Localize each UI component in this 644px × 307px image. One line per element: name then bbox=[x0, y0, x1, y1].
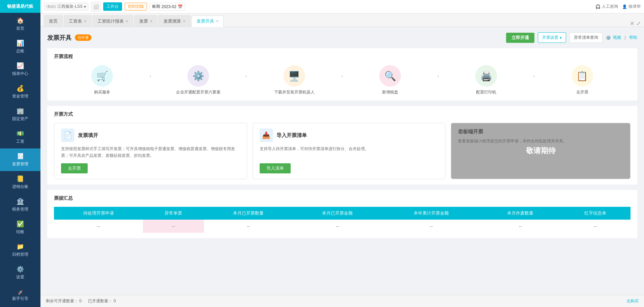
switch-version-button[interactable]: 切到旧版 bbox=[125, 3, 147, 10]
tab-首页[interactable]: 首页 bbox=[44, 15, 63, 27]
sidebar-label: 报表中心 bbox=[12, 71, 28, 77]
sidebar-item-设置[interactable]: ⚙️ 设置 bbox=[0, 261, 40, 284]
method-card-import: 📥 导入开票清单 支持导入待开票清单，可对待开票清单进行拆分、合并处理。 导入清… bbox=[253, 123, 446, 179]
sidebar-icon: 📊 bbox=[17, 39, 24, 47]
tab-close-icon[interactable]: × bbox=[183, 19, 185, 24]
tab-工资统计报表[interactable]: 工资统计报表 × bbox=[92, 15, 133, 27]
summary-header: 红字信息单 bbox=[560, 207, 631, 220]
content-area: 发票开具 待开通 立即开通 开票设置 ▾ 异常清单查询 ⚙️ 视频 ｜ 帮助 bbox=[40, 27, 644, 295]
tab-工资表[interactable]: 工资表 × bbox=[64, 15, 91, 27]
video-help-link[interactable]: 视频 bbox=[613, 35, 621, 40]
sidebar-item-进销台账[interactable]: 📒 进销台账 bbox=[0, 171, 40, 194]
sidebar-icon: 🏠 bbox=[17, 17, 24, 24]
sidebar-bottom-新手引导[interactable]: 🚀 新手引导 bbox=[0, 287, 40, 304]
remaining-label: 剩余可开通数量： bbox=[46, 299, 78, 303]
opened-label: 已开通数量： bbox=[88, 299, 112, 303]
tabbar: 首页工资表 ×工资统计报表 ×发票 ×发票测算 ×发票开具 × ✕ ⤢ bbox=[40, 13, 644, 27]
flow-step-3: 🔍 新增税盘 bbox=[342, 65, 439, 95]
tab-label: 首页 bbox=[49, 18, 58, 24]
close-tab-icon[interactable]: ✕ bbox=[630, 20, 634, 27]
sidebar-icon: 📈 bbox=[17, 62, 24, 69]
tab-label: 发票测算 bbox=[164, 18, 181, 24]
immediate-open-button[interactable]: 立即开通 bbox=[506, 33, 534, 43]
sidebar-item-资金管理[interactable]: 💰 资金管理 bbox=[0, 81, 40, 103]
sidebar-label: 设置 bbox=[16, 274, 24, 280]
sidebar-label: 税务管理 bbox=[12, 206, 28, 212]
status-badge: 待开通 bbox=[75, 34, 91, 41]
company-selector[interactable]: (勉励) 江西服装-LSS ▾ bbox=[44, 3, 88, 10]
sidebar-icon: 💵 bbox=[17, 130, 24, 137]
flow-step-icon-4: 🖨️ bbox=[475, 65, 497, 87]
method-card-boss: 老板端开票 查看老板端小程序提交的开票申请，并作出对应处理并开具。 敬请期待 bbox=[451, 123, 631, 179]
sidebar-label: 发票管理 bbox=[12, 161, 28, 167]
tab-close-icon[interactable]: × bbox=[84, 19, 86, 24]
tab-发票[interactable]: 发票 × bbox=[134, 15, 157, 27]
sidebar-icon: 🧾 bbox=[17, 152, 24, 160]
summary-header: 异常单票 bbox=[143, 207, 204, 220]
calendar-icon: 📅 bbox=[178, 4, 183, 9]
buy-link[interactable]: 去购买 bbox=[626, 298, 639, 304]
flow-step-label-5: 去开票 bbox=[576, 89, 588, 95]
sidebar-icon: 🏢 bbox=[17, 107, 24, 115]
sidebar-item-工资[interactable]: 💵 工资 bbox=[0, 126, 40, 148]
period-selector[interactable]: 账期 2023-02 📅 bbox=[150, 3, 185, 10]
service-button[interactable]: 🎧 人工咨询 bbox=[595, 4, 618, 9]
chevron-down-icon: ▾ bbox=[560, 35, 562, 40]
tab-发票开具[interactable]: 发票开具 × bbox=[192, 16, 224, 27]
flow-step-icon-1: ⚙️ bbox=[187, 65, 209, 87]
flow-step-label-2: 下载并安装开票机器人 bbox=[274, 89, 315, 95]
page-title: 发票开具 bbox=[47, 34, 71, 42]
settings-icon: ⚙️ bbox=[606, 35, 611, 40]
summary-header: 待处理开票申请 bbox=[54, 207, 143, 220]
sidebar-item-总账[interactable]: 📊 总账 bbox=[0, 35, 40, 58]
flow-steps: 🛒 购买服务›⚙️ 企业开通配置开票六要素›🖥️ 下载并安装开票机器人›🔍 新增… bbox=[54, 65, 631, 95]
help-sep: ｜ bbox=[623, 35, 627, 40]
user-menu[interactable]: 👤 徐泽华 bbox=[622, 4, 641, 9]
flow-step-5: 📋 去开票 bbox=[534, 65, 631, 95]
copy-icon[interactable]: ⬜ bbox=[91, 2, 100, 11]
sidebar-item-归档管理[interactable]: 📁 归档管理 bbox=[0, 239, 40, 261]
tab-发票测算[interactable]: 发票测算 × bbox=[158, 15, 191, 27]
help-link[interactable]: 帮助 bbox=[629, 35, 637, 40]
service-label: 人工咨询 bbox=[602, 4, 618, 9]
summary-header: 本月作废数量 bbox=[480, 207, 560, 220]
sidebar-item-税务管理[interactable]: 🏦 税务管理 bbox=[0, 194, 40, 216]
tab-close-icon[interactable]: × bbox=[216, 19, 218, 24]
sidebar-item-发票管理[interactable]: 🧾 发票管理 bbox=[0, 148, 40, 171]
method-card-fill-header: 📄 发票填开 bbox=[61, 129, 240, 142]
sidebar-item-报表中心[interactable]: 📈 报表中心 bbox=[0, 58, 40, 81]
flow-step-2: 🖥️ 下载并安装开票机器人 bbox=[246, 65, 343, 95]
tab-close-icon[interactable]: × bbox=[150, 19, 152, 24]
restore-icon[interactable]: ⤢ bbox=[636, 20, 641, 27]
flow-step-label-4: 配置打印机 bbox=[476, 89, 496, 95]
company-name: 江西服装-LSS bbox=[57, 4, 83, 9]
sidebar-item-固定资产[interactable]: 🏢 固定资产 bbox=[0, 103, 40, 126]
sidebar-icon: 💰 bbox=[17, 85, 24, 92]
abnormal-query-button[interactable]: 异常清单查询 bbox=[569, 32, 603, 43]
sidebar-bottom-畅会员[interactable]: 👑 畅会员 bbox=[0, 304, 40, 307]
method-cards: 📄 发票填开 支持按照发票样式手工填写开发票；可开具增值税电子普通发票、增值税普… bbox=[54, 123, 631, 179]
flow-step-icon-2: 🖥️ bbox=[284, 65, 305, 87]
flow-section: 开票流程 🛒 购买服务›⚙️ 企业开通配置开票六要素›🖥️ 下载并安装开票机器人… bbox=[47, 48, 637, 101]
sidebar-item-首页[interactable]: 🏠 首页 bbox=[0, 13, 40, 35]
sidebar-icon: 🏦 bbox=[17, 198, 24, 205]
summary-header: 本年累计开票金额 bbox=[382, 207, 480, 220]
workbench-button[interactable]: 工作台 bbox=[103, 2, 122, 11]
dropdown-arrow-icon: ▾ bbox=[84, 4, 86, 9]
settings-button[interactable]: 开票设置 ▾ bbox=[538, 32, 566, 43]
import-list-button[interactable]: 导入清单 bbox=[260, 163, 291, 173]
summary-header: 本月已开票金额 bbox=[293, 207, 382, 220]
sidebar-label: 固定资产 bbox=[12, 116, 28, 122]
flow-step-label-1: 企业开通配置开票六要素 bbox=[176, 89, 221, 95]
go-invoice-button[interactable]: 去开票 bbox=[61, 163, 88, 173]
sidebar-icon: 📒 bbox=[17, 175, 24, 183]
import-invoice-btn-area: 导入清单 bbox=[260, 163, 439, 173]
summary-header: 本月已开票数量 bbox=[204, 207, 293, 220]
tab-close-icon[interactable]: × bbox=[126, 19, 128, 24]
flow-step-1: ⚙️ 企业开通配置开票六要素 bbox=[150, 65, 247, 95]
tab-label: 工资统计报表 bbox=[97, 18, 124, 24]
sidebar-item-结账[interactable]: ✅ 结账 bbox=[0, 216, 40, 239]
tab-label: 发票开具 bbox=[197, 18, 214, 24]
flow-step-icon-0: 🛒 bbox=[91, 65, 113, 87]
headset-icon: 🎧 bbox=[595, 4, 601, 9]
